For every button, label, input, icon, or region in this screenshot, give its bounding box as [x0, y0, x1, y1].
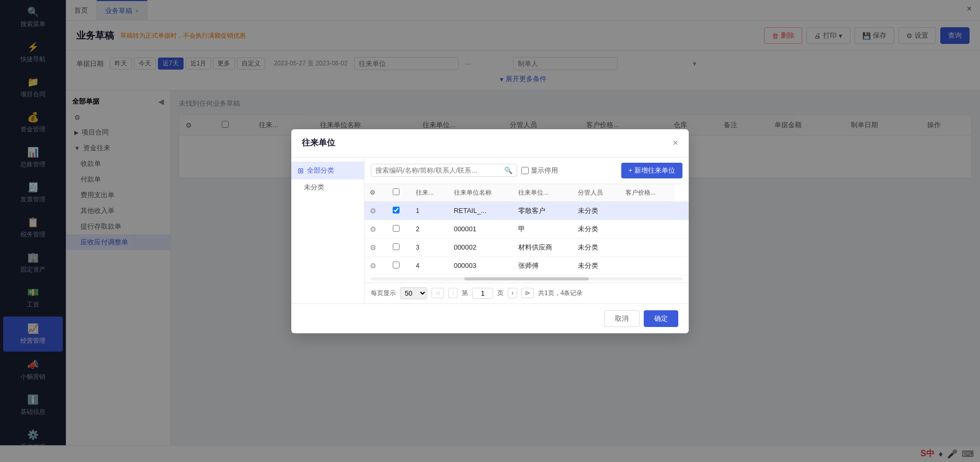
row-price-cell — [675, 256, 689, 275]
modal-col-settings: ⚙ — [364, 184, 388, 202]
row-num-cell: 2 — [411, 220, 448, 238]
settings-icon: ⚙ — [370, 225, 377, 233]
row-checkbox[interactable] — [393, 225, 400, 232]
modal-table-area: ⚙ 往来... 往来单位名称 往来单位... 分管人员 客户价格... — [364, 184, 689, 275]
row-checkbox-cell — [388, 256, 411, 275]
modal-col-price: 客户价格... — [620, 184, 675, 202]
page-unit: 页 — [497, 289, 504, 298]
modal-col-manager: 分管人员 — [573, 184, 620, 202]
modal-table-row[interactable]: ⚙ 2 000001 甲 未分类 — [364, 220, 689, 238]
total-records: 共1页，4条记录 — [538, 289, 583, 298]
modal-actions: 取消 确定 — [291, 303, 689, 333]
page-number-input[interactable] — [472, 288, 493, 299]
row-checkbox[interactable] — [393, 262, 400, 268]
row-num-cell: 3 — [411, 238, 448, 256]
row-checkbox-cell — [388, 238, 411, 256]
row-price-cell — [675, 238, 689, 256]
show-disabled-toggle: 显示停用 — [521, 166, 558, 175]
modal-col-code: 往来... — [411, 184, 448, 202]
modal-toolbar: 🔍 显示停用 + 新增往来单位 — [364, 157, 689, 184]
row-settings-cell: ⚙ — [364, 256, 388, 275]
row-name-cell: 张师傅 — [513, 256, 573, 275]
confirm-button[interactable]: 确定 — [644, 310, 678, 327]
modal-body: ⊞ 全部分类 未分类 🔍 显示停用 — [291, 157, 689, 303]
first-page-button[interactable]: ⊲ — [431, 288, 444, 298]
row-manager-cell — [620, 238, 675, 256]
horizontal-scrollbar[interactable] — [371, 277, 682, 280]
modal-header: 往来单位 × — [291, 129, 689, 157]
show-disabled-label: 显示停用 — [531, 166, 558, 175]
modal-search-input[interactable] — [375, 166, 502, 174]
last-page-button[interactable]: ⊳ — [521, 288, 534, 298]
row-category-cell: 未分类 — [573, 220, 620, 238]
row-checkbox-cell — [388, 220, 411, 238]
modal-title: 往来单位 — [302, 138, 335, 149]
row-num-cell: 4 — [411, 256, 448, 275]
modal-table-row[interactable]: ⚙ 1 RETAIL_... 零散客户 未分类 — [364, 201, 689, 220]
row-settings-cell: ⚙ — [364, 238, 388, 256]
row-price-cell — [675, 201, 689, 220]
row-price-cell — [675, 220, 689, 238]
row-manager-cell — [620, 220, 675, 238]
row-code-cell: 000001 — [449, 220, 513, 238]
unclassified-label: 未分类 — [304, 183, 324, 191]
modal-table: ⚙ 往来... 往来单位名称 往来单位... 分管人员 客户价格... — [364, 184, 689, 275]
modal-col-checkbox — [388, 184, 411, 202]
row-code-cell: 000002 — [449, 238, 513, 256]
row-settings-cell: ⚙ — [364, 201, 388, 220]
row-name-cell: 零散客户 — [513, 201, 573, 220]
row-name-cell: 甲 — [513, 220, 573, 238]
modal-table-header: ⚙ 往来... 往来单位名称 往来单位... 分管人员 客户价格... — [364, 184, 689, 202]
modal-col-category: 往来单位... — [513, 184, 573, 202]
modal-main: 🔍 显示停用 + 新增往来单位 ⚙ — [364, 157, 689, 303]
scrollbar-thumb[interactable] — [464, 277, 589, 280]
modal-col-name: 往来单位名称 — [449, 184, 513, 202]
show-disabled-checkbox[interactable] — [521, 167, 529, 174]
prev-page-button[interactable]: ‹ — [448, 288, 458, 298]
per-page-label: 每页显示 — [371, 289, 396, 298]
settings-icon: ⚙ — [370, 207, 377, 215]
modal-table-row[interactable]: ⚙ 4 000003 张师傅 未分类 — [364, 256, 689, 275]
row-code-cell: 000003 — [449, 256, 513, 275]
row-category-cell: 未分类 — [573, 201, 620, 220]
row-category-cell: 未分类 — [573, 238, 620, 256]
settings-icon: ⚙ — [370, 243, 377, 252]
modal-search-box: 🔍 — [371, 164, 517, 177]
row-manager-cell — [620, 256, 675, 275]
row-num-cell: 1 — [411, 201, 448, 220]
modal-pagination: 每页显示 50 100 ⊲ ‹ 第 页 › ⊳ 共1页，4条记录 — [364, 283, 689, 303]
modal-sidebar-all-label: 全部分类 — [307, 166, 334, 175]
modal-table-row[interactable]: ⚙ 3 000002 材料供应商 未分类 — [364, 238, 689, 256]
counterparty-modal: 往来单位 × ⊞ 全部分类 未分类 🔍 — [291, 129, 689, 333]
row-manager-cell — [620, 201, 675, 220]
modal-sidebar-all[interactable]: ⊞ 全部分类 — [291, 162, 364, 179]
modal-sidebar: ⊞ 全部分类 未分类 — [291, 157, 364, 303]
modal-sidebar-unclassified[interactable]: 未分类 — [291, 179, 364, 195]
add-counterparty-button[interactable]: + 新增往来单位 — [621, 163, 682, 178]
row-checkbox[interactable] — [393, 243, 400, 250]
cancel-button[interactable]: 取消 — [604, 310, 640, 327]
modal-select-all[interactable] — [393, 188, 400, 195]
row-settings-cell: ⚙ — [364, 220, 388, 238]
next-page-button[interactable]: › — [508, 288, 517, 298]
page-label: 第 — [462, 289, 468, 298]
modal-overlay[interactable]: 往来单位 × ⊞ 全部分类 未分类 🔍 — [0, 0, 980, 462]
settings-icon: ⚙ — [370, 262, 377, 270]
per-page-select[interactable]: 50 100 — [400, 287, 427, 299]
grid-icon: ⊞ — [298, 166, 304, 175]
row-code-cell: RETAIL_... — [449, 201, 513, 220]
row-checkbox[interactable] — [393, 207, 400, 213]
row-name-cell: 材料供应商 — [513, 238, 573, 256]
row-checkbox-cell — [388, 201, 411, 220]
modal-close-button[interactable]: × — [673, 138, 678, 149]
row-category-cell: 未分类 — [573, 256, 620, 275]
search-icon: 🔍 — [504, 166, 512, 174]
